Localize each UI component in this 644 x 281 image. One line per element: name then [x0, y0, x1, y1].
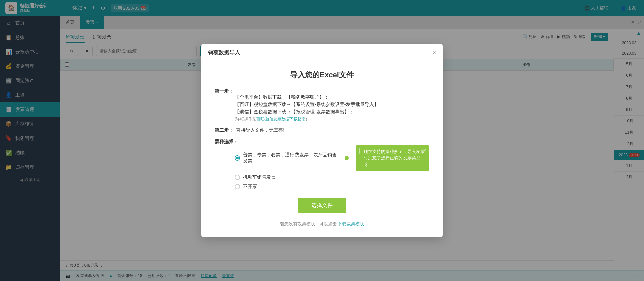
tooltip-bar — [359, 148, 360, 154]
step1-label: 第一步： — [215, 88, 235, 94]
step2-content: 直接导入文件，无需整理 — [236, 127, 288, 133]
modal-dialog: 销项数据导入 × 导入您的Excel文件 第一步： 【全电平台】数据下载→【税务… — [201, 44, 443, 237]
step1-line1: 【全电平台】数据下载→【税务数字账户】； — [235, 94, 429, 100]
radio-normal-circle[interactable] — [235, 155, 240, 161]
radio-normal-dot — [236, 157, 239, 159]
radio-noticket-label: 不开票 — [243, 184, 257, 190]
footer-note-text: 若您没有发票模版，可以点击 — [280, 221, 337, 226]
radio-motor-circle[interactable] — [235, 175, 240, 180]
radio-option-normal[interactable]: 普票，专票，卷票，通行费发票，农产品销售发票 现在支持的票种多了，导入发票时别忘… — [235, 145, 429, 171]
radio-option-motor[interactable]: 机动车销售发票 — [235, 174, 429, 180]
modal-overlay: 销项数据导入 × 导入您的Excel文件 第一步： 【全电平台】数据下载→【税务… — [0, 0, 644, 281]
step1-line2: 【百旺】税控盘数据下载→【系统设置-系统参数设置-发票批量导入】； — [235, 102, 429, 108]
radio-group: 普票，专票，卷票，通行费发票，农产品销售发票 现在支持的票种多了，导入发票时别忘… — [235, 145, 429, 190]
ticket-section: 票种选择： 普票，专票，卷票，通行费发票，农产品销售发票 — [215, 139, 429, 190]
tooltip-connector-dot — [345, 156, 349, 160]
modal-main-title: 导入您的Excel文件 — [215, 70, 429, 80]
step1-section: 第一步： 【全电平台】数据下载→【税务数字账户】； 【百旺】税控盘数据下载→【系… — [215, 88, 429, 122]
radio-noticket-circle[interactable] — [235, 184, 240, 189]
download-template-link[interactable]: 下载发票模版 — [338, 221, 364, 226]
tooltip-connector-line — [349, 158, 356, 158]
radio-motor-label: 机动车销售发票 — [243, 174, 276, 180]
step2-section: 第二步： 直接导入文件，无需整理 — [215, 127, 429, 133]
radio-normal-label: 普票，专票，卷票，通行费发票，农产品销售发票 — [243, 152, 337, 164]
step1-note-pre: (详细操作见 — [235, 117, 256, 121]
select-file-button[interactable]: 选择文件 — [298, 198, 346, 213]
modal-body: 导入您的Excel文件 第一步： 【全电平台】数据下载→【税务数字账户】； 【百… — [201, 62, 443, 237]
tooltip-bubble: 现在支持的票种多了，导入发票时别忘了选择正确的发票类型呀！ × — [356, 145, 429, 171]
radio-option-noticket[interactable]: 不开票 — [235, 184, 429, 190]
modal-header: 销项数据导入 × — [201, 44, 443, 62]
modal-title: 销项数据导入 — [208, 49, 240, 56]
step1-note-end: ) — [306, 117, 307, 121]
tooltip-close-btn[interactable]: × — [423, 147, 426, 154]
step2-label: 第二步： — [215, 127, 235, 133]
step1-line3: 【航信】金税盘数据下载→【报税管理-发票数据导出】； — [235, 109, 429, 115]
step1-note: (详细操作见百旺/航信发票数据下载指南) — [235, 116, 429, 122]
modal-footer-note: 若您没有发票模版，可以点击 下载发票模版 — [215, 221, 429, 227]
tooltip-text: 现在支持的票种多了，导入发票时别忘了选择正确的发票类型呀！ — [360, 148, 425, 168]
step1-content: 【全电平台】数据下载→【税务数字账户】； 【百旺】税控盘数据下载→【系统设置-系… — [235, 94, 429, 122]
step1-link[interactable]: 百旺/航信发票数据下载指南 — [256, 117, 306, 121]
ticket-label: 票种选择： — [215, 139, 238, 145]
modal-close-button[interactable]: × — [432, 50, 436, 56]
